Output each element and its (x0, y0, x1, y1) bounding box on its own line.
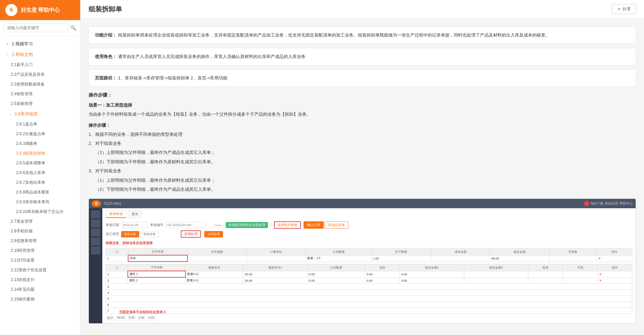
ss-logo: 6 (92, 200, 101, 207)
screenshot-container: 6 TEST-H002 ! App下载 初始设置 帮助中心 (89, 199, 636, 324)
ss-ltd-1-9 (563, 271, 597, 277)
sidebar-item-docs-2610[interactable]: 2.6.10库存账本错了怎么办 (0, 207, 80, 217)
ss-ltd-1-0: 1 (106, 271, 128, 277)
role-box: 使用角色： 通常由生产人员或库管人员完成拆装业务的操作，库管人员确认原材料的出库… (89, 48, 636, 65)
logo-text: 6 (10, 7, 13, 13)
ss-code-input[interactable] (165, 222, 206, 228)
ss-upper-table: ☐ 父件名称 父件规格 计量单位 计划数量 生产数量 成本金额 核实金额 (106, 248, 632, 262)
sidebar-item-docs-22[interactable]: 2.2产品安装及登录 (0, 70, 80, 79)
ss-lth-reserved: 暂用 (528, 264, 563, 271)
ss-tab-new[interactable]: 新增单据 (106, 210, 126, 218)
ss-notification: ! (584, 201, 589, 206)
logo-circle: 6 (5, 4, 17, 16)
ss-nav-icon-4 (91, 237, 100, 245)
ss-lth-plan: 计划数量 (307, 264, 365, 271)
ss-th-parent-spec: 父件规格 (187, 248, 247, 256)
share-button[interactable]: ↗ 分享 (612, 4, 636, 14)
ss-td-avail-1 (549, 255, 596, 262)
ss-lth-op: 操作 (597, 264, 632, 271)
ss-date-input[interactable] (121, 222, 148, 228)
spacer (106, 241, 632, 247)
ss-lth-name: 子件名称 (128, 264, 185, 271)
ss-ltd-5: 5 (106, 296, 632, 302)
ss-type-assembly[interactable]: 组装业务 (121, 231, 139, 237)
ss-red-annotation-1: 组装业务、拆卸业务在这里选择 (106, 241, 153, 245)
ss-lower-table-container: ☐ 子件名称 规格型号 规格型号2 计划数量 实际 核实金额2 核实金额3 (106, 264, 632, 314)
ss-leftnav (89, 208, 102, 323)
sidebar-header: 6 好生意 帮助中心 (0, 0, 80, 20)
ss-template-btn[interactable]: 选择料件模板 (274, 221, 301, 229)
ss-type-disassembly[interactable]: 拆卸业务 (141, 231, 159, 237)
ss-code-label: 单据编号 (150, 223, 163, 227)
ss-ltd-2-10: ✕ (597, 277, 632, 284)
sidebar-item-docs-268[interactable]: 2.6.8商品成本重算 (0, 187, 80, 197)
ss-lower-del-2[interactable]: ✕ (599, 279, 602, 282)
sidebar-item-docs-210[interactable]: 2.10经营管理 (0, 246, 80, 256)
sidebar-item-video[interactable]: ＋ 1.视频学习 (0, 39, 80, 49)
ss-other-btn[interactable]: 其他出库单 (324, 221, 348, 229)
sidebar-item-docs-215[interactable]: 2.15操作案例 (0, 294, 80, 304)
ops-title: 操作步骤： (89, 92, 636, 98)
ss-form-row-1: 单据日期 单据编号 ——→ 有装配清单的在这里处理 → (106, 220, 632, 241)
sidebar-item-docs-28[interactable]: 2.8手机旺铺 (0, 226, 80, 236)
ss-ltd-1-5: 0.00 (365, 271, 399, 277)
ss-confirm-btn-2[interactable]: 立即处理 (204, 231, 223, 237)
ss-tab-query[interactable]: 查询 (128, 211, 142, 218)
ss-red-annotation-3: 无固定清单可在组织在这里录入 (119, 310, 166, 315)
sidebar-item-docs-27[interactable]: 2.7资金管理 (0, 217, 80, 226)
sidebar-item-docs-269[interactable]: 2.6.9库存账本查询 (0, 197, 80, 207)
content-area: 功能介绍： 组装拆卸单用来处理企业组装或拆卸等加工业务，支持有固定装配清单的产品… (80, 18, 644, 335)
top-bar: 组装拆卸单 ↗ 分享 (80, 0, 644, 18)
ss-ltd-2-0: 2 (106, 277, 128, 284)
sidebar-item-docs-21[interactable]: 2.1新手入门 (0, 60, 80, 70)
sidebar-item-docs-211[interactable]: 2.11打印设置 (0, 256, 80, 265)
ss-th-plan-qty: 计划数量 (306, 248, 372, 256)
sidebar-item-docs-25[interactable]: 2.5采购管理 (0, 99, 80, 109)
ss-delete-icon-1[interactable]: ✕ (598, 257, 601, 260)
sidebar-item-docs[interactable]: － 2.帮助文档 (0, 49, 80, 60)
sidebar-item-docs-262[interactable]: 2.6.2分量盘点单 (0, 129, 80, 139)
ss-company: TEST-H002 (104, 202, 121, 206)
ss-lth-check: ☐ (106, 264, 128, 271)
ss-td-check-1[interactable]: 1 (106, 255, 128, 262)
ss-td-spec-1 (187, 255, 247, 262)
ss-confirm-btn[interactable]: 确认入库 (304, 221, 324, 229)
ss-nav-icon-5 (91, 246, 100, 255)
sidebar-item-docs-26[interactable]: － 2.6库存核算 (0, 109, 80, 119)
ss-lower-del-1[interactable]: ✕ (599, 272, 602, 276)
ss-td-name-1[interactable]: 米米 (128, 255, 187, 262)
ss-nav-icon-3 (91, 228, 100, 236)
sidebar-item-docs-212[interactable]: 2.12系统个性化设置 (0, 265, 80, 275)
scene1-desc: 当由多个子件材料组装成一个成品的业务为【组装】业务，当由一个父件拆分成多个子产品… (89, 110, 636, 118)
sidebar-item-docs-263[interactable]: 2.6.3调拨单 (0, 139, 80, 149)
sidebar-item-docs-266[interactable]: 2.6.6其他入库单 (0, 168, 80, 178)
ss-ltd-2-5: 0.00 (365, 277, 399, 284)
ss-lower-table: ☐ 子件名称 规格型号 规格型号2 计划数量 实际 核实金额2 核实金额3 (106, 264, 632, 314)
ss-ltd-2-1[interactable]: 属性 2 (128, 277, 185, 284)
search-input[interactable] (4, 23, 68, 32)
plus-icon: ＋ (5, 41, 10, 47)
sidebar-item-docs-213[interactable]: 2.13在线支付 (0, 275, 80, 285)
intro-text: 功能介绍： 组装拆卸单用来处理企业组装或拆卸等加工业务，支持有固定装配清单的产品… (95, 32, 630, 39)
sidebar-item-docs-261[interactable]: 2.6.1盘点单 (0, 119, 80, 129)
share-label: 分享 (622, 6, 631, 12)
sidebar-item-docs-214[interactable]: 2.14常见问题 (0, 285, 80, 294)
ss-setting-label: 初始设置 (605, 201, 618, 206)
sidebar-item-docs-267[interactable]: 2.6.7其他出库单 (0, 178, 80, 187)
ss-td-unit-1 (247, 255, 306, 262)
ss-ltd-1-1[interactable]: 属性 1 (128, 271, 185, 277)
ss-th-action: 操作 (597, 248, 632, 256)
ss-ltd-1-8 (528, 271, 563, 277)
ss-nav-icon-2 (91, 219, 100, 227)
search-icon[interactable]: 🔍 (70, 25, 76, 31)
sidebar-item-docs-23[interactable]: 2.3使用前数据准备 (0, 79, 80, 89)
sidebar-item-docs-264[interactable]: 2.6.4组装拆卸单 (0, 149, 80, 158)
ss-sum-3: 0.00 (137, 315, 146, 321)
sidebar-item-docs-24[interactable]: 2.4销售管理 (0, 89, 80, 99)
ss-ltd-7: 7 (106, 308, 632, 314)
ss-tabs: 新增单据 查询 (106, 210, 632, 218)
ss-ltd-2-4: 0.00 (307, 277, 365, 284)
sidebar-item-docs-265[interactable]: 2.6.5成本调整单 (0, 158, 80, 168)
sidebar-item-docs-29[interactable]: 2.9优惠券管理 (0, 236, 80, 246)
ss-enable-hint: 启用处理 (181, 230, 201, 238)
